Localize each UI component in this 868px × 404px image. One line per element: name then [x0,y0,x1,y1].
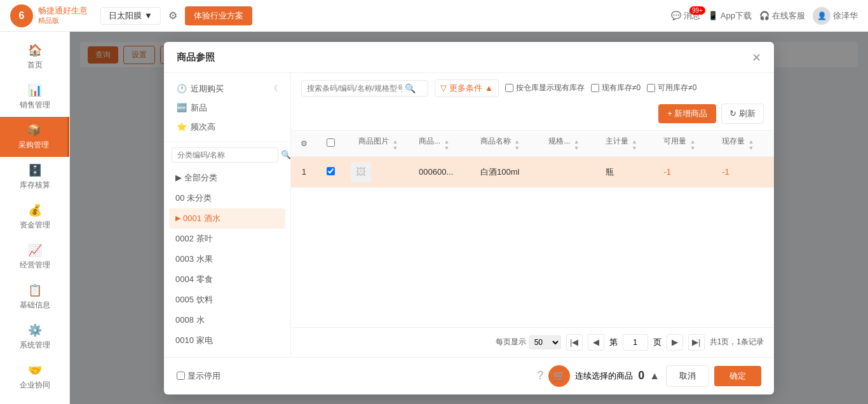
category-fruit-label: 0003 水果 [175,253,213,265]
product-panel: 🔍 ▽ 更多条件 ▲ 按仓库显示现有库存 [291,73,774,357]
category-appliances-label: 0010 家电 [175,335,213,346]
messages-btn[interactable]: 💬 消息 99+ [671,10,700,22]
sidebar-item-basic[interactable]: 📋 基础信息 [0,277,69,317]
col-header-unit[interactable]: 主计量 ▲▼ [599,131,658,157]
cart-label: 连续选择的商品 [575,370,633,382]
category-tea-label: 0002 茶叶 [175,233,213,245]
sidebar-item-finance[interactable]: 💰 资金管理 [0,197,69,237]
avail-ne0-checkbox[interactable] [647,84,655,92]
col-header-code[interactable]: 商品... ▲▼ [412,131,474,157]
next-page-btn[interactable]: ▶ [667,334,683,351]
pagination-bar: 每页显示 20 50 100 |◀ ◀ 第 页 [291,327,774,357]
quick-link-frequent-label: 频次高 [191,121,215,133]
show-disabled-checkbox[interactable] [177,372,185,380]
cancel-button[interactable]: 取消 [666,365,709,387]
category-liquor[interactable]: ▶ 0001 酒水 [169,208,285,229]
cart-icon-wrap: 🛒 [548,365,570,387]
show-disabled-wrap[interactable]: 显示停用 [177,370,220,382]
category-tea[interactable]: 0002 茶叶 [169,229,285,249]
page-number-input[interactable] [623,334,648,351]
product-search-input[interactable] [307,84,402,93]
col-header-settings[interactable]: ⚙ [291,131,316,157]
stock-ne0-checkbox[interactable] [591,84,599,92]
confirm-button[interactable]: 确定 [714,366,761,386]
user-profile-btn[interactable]: 👤 徐泽华 [813,7,858,25]
stock-ne0-label: 现有库存≠0 [602,83,641,93]
help-icon[interactable]: ? [537,369,543,382]
add-product-button[interactable]: + 新增商品 [658,104,716,123]
category-fruit[interactable]: 0003 水果 [169,249,285,269]
filter-button[interactable]: ▽ 更多条件 ▲ [435,79,499,97]
messages-badge: 99+ [689,6,705,15]
navbar: 6 畅捷通好生意 精品版 日太阳膜 ▼ ⚙ 体验行业方案 💬 消息 99+ 📱 … [0,0,868,32]
category-search-icon[interactable]: 🔍 [281,150,291,159]
row-stock: -1 [715,156,774,187]
row-num: 1 [291,156,316,187]
sidebar-item-home[interactable]: 🏠 首页 [0,37,69,77]
sidebar-item-enterprise[interactable]: 🤝 企业协同 [0,357,69,397]
row-spec [542,156,599,187]
col-header-available[interactable]: 可用量 ▲▼ [657,131,715,157]
sidebar-label-enterprise: 企业协同 [20,380,50,391]
category-all[interactable]: ▶ 全部分类 [169,168,285,188]
frequent-icon: ⭐ [177,122,187,131]
store-selector[interactable]: 日太阳膜 ▼ [100,7,161,25]
category-snacks-label: 0004 零食 [175,274,213,285]
sort-icon-code: ▲▼ [444,138,449,151]
col-header-stock[interactable]: 现存量 ▲▼ [715,131,774,157]
operations-icon: 📈 [28,243,42,257]
category-all-label: 全部分类 [184,172,217,184]
sidebar-item-operations[interactable]: 📈 经营管理 [0,237,69,277]
category-uncategorized[interactable]: 00 未分类 [169,188,285,208]
stock-ne0-checkbox-wrap[interactable]: 现有库存≠0 [591,83,641,93]
table-row[interactable]: 1 🖼 [291,156,774,187]
avail-ne0-label: 可用库存≠0 [658,83,696,93]
sidebar-item-sales[interactable]: 📊 销售管理 [0,77,69,117]
col-header-spec[interactable]: 规格... ▲▼ [542,131,599,157]
quick-link-frequent[interactable]: ⭐ 频次高 [172,118,283,137]
category-search-input[interactable] [172,147,278,163]
page-size-select[interactable]: 20 50 100 [529,335,561,349]
category-snacks[interactable]: 0004 零食 [169,269,285,290]
category-drinks[interactable]: 0005 饮料 [169,290,285,310]
sidebar-item-guide[interactable]: 🎯 新手引导 [0,397,69,404]
col-header-image[interactable]: 商品图片 ▲▼ [344,131,412,157]
quick-link-new[interactable]: 🆕 新品 [172,98,283,118]
sidebar-item-inventory[interactable]: 🗄️ 库存核算 [0,157,69,197]
refresh-button[interactable]: ↻ 刷新 [721,104,764,124]
collapse-cart-icon[interactable]: ▲ [649,370,660,382]
last-page-btn[interactable]: ▶| [688,334,705,351]
col-header-checkbox[interactable] [316,131,344,157]
sidebar-label-purchase: 采购管理 [18,140,49,151]
gear-icon[interactable]: ⚙ [168,10,177,22]
col-header-name[interactable]: 商品名称 ▲▼ [474,131,542,157]
filter-icon: ▽ [440,83,447,93]
first-page-btn[interactable]: |◀ [566,334,583,351]
row-image-cell: 🖼 [344,156,412,187]
sidebar-item-system[interactable]: ⚙️ 系统管理 [0,317,69,357]
product-search-icon[interactable]: 🔍 [405,83,416,93]
category-water[interactable]: 0008 水 [169,310,285,330]
page-label-suffix: 页 [653,337,661,348]
username: 徐泽华 [833,10,858,22]
select-all-checkbox[interactable] [327,138,335,147]
sidebar-label-inventory: 库存核算 [20,180,50,191]
prev-page-btn[interactable]: ◀ [588,334,604,351]
experience-button[interactable]: 体验行业方案 [185,6,252,25]
sidebar-label-finance: 资金管理 [20,220,50,231]
sales-icon: 📊 [28,83,42,97]
modal-footer: 显示停用 ? 🛒 连续选择的商品 0 ▲ 取消 确定 [164,357,774,394]
avail-ne0-checkbox-wrap[interactable]: 可用库存≠0 [647,83,696,93]
online-service-btn[interactable]: 🎧 在线客服 [759,10,805,22]
sidebar-item-purchase[interactable]: 📦 采购管理 [0,117,69,157]
row-checkbox-cell[interactable] [316,156,344,187]
quick-link-recent[interactable]: 🕐 近期购买 《 [172,79,283,98]
category-appliances[interactable]: 0010 家电 [169,330,285,351]
modal-body: 🕐 近期购买 《 🆕 新品 ⭐ 频次高 [164,73,774,357]
app-download-btn[interactable]: 📱 App下载 [708,10,752,22]
warehouse-checkbox[interactable] [505,84,513,92]
footer-right: 取消 确定 [666,365,761,387]
row-checkbox[interactable] [327,167,335,175]
warehouse-checkbox-wrap[interactable]: 按仓库显示现有库存 [505,83,585,93]
modal-close-button[interactable]: ✕ [752,51,761,65]
